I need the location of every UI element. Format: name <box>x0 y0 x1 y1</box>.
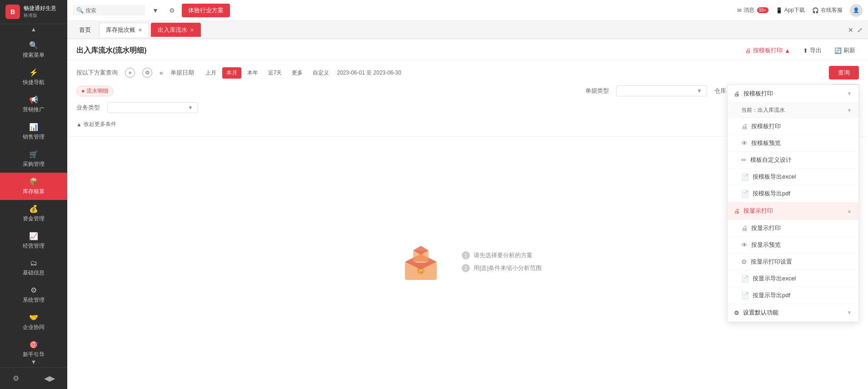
sidebar-item-purchase[interactable]: 🛒 采购管理 <box>0 145 67 173</box>
sidebar-item-label: 销售管理 <box>23 133 45 141</box>
search-input[interactable] <box>85 7 131 14</box>
quick-nav-icon: ⚡ <box>29 68 38 77</box>
sidebar-scroll-down[interactable]: ▼ <box>0 357 67 367</box>
date-last-month[interactable]: 上月 <box>201 67 220 79</box>
topbar: 🔍 ▼ ⚙ 体验行业方案 ✉ 消息 99+ 📱 App下载 🎧 在线客服 👤 <box>67 0 868 21</box>
dp-template-export-pdf-item[interactable]: 📄 按模板导出pdf <box>728 185 858 202</box>
guide-icon: 🎯 <box>29 340 38 349</box>
dp-display-print-header[interactable]: 🖨 按显示打印 ▲ <box>728 202 858 220</box>
message-badge: 99+ <box>757 7 768 13</box>
tab-close-all-icon[interactable]: ✕ <box>848 26 853 34</box>
sidebar-item-guide[interactable]: 🎯 新手引导 <box>0 336 67 357</box>
dp-display-settings-icon: ⚙ <box>741 258 747 265</box>
bill-type-select[interactable]: ▼ <box>616 85 707 96</box>
dp-template-custom-icon: ✏ <box>741 156 747 164</box>
tab-inventory-flow-close[interactable]: ✕ <box>190 27 194 33</box>
empty-tip-2: 2 用[选]条件来缩小分析范围 <box>462 264 542 272</box>
sidebar-nav: 🔍 搜索菜单 ⚡ 快捷导航 📢 营销推广 📊 销售管理 🛒 采购管理 📦 库存核… <box>0 35 67 357</box>
filter-add-btn[interactable]: + <box>125 68 135 78</box>
tab-inventory-batch[interactable]: 库存批次账 ✕ <box>99 23 149 37</box>
sidebar-item-marketing[interactable]: 📢 营销推广 <box>0 91 67 118</box>
sidebar-item-enterprise[interactable]: 🤝 企业协同 <box>0 309 67 336</box>
dp-display-print-item[interactable]: 🖨 按显示打印 <box>728 220 858 237</box>
sidebar-item-quick-nav[interactable]: ⚡ 快捷导航 <box>0 64 67 91</box>
dp-default-settings-header[interactable]: ⚙ 设置默认功能 ▼ <box>728 304 858 322</box>
date-current-month[interactable]: 本月 <box>222 67 241 79</box>
topbar-gear-btn[interactable]: ⚙ <box>165 4 178 17</box>
export-btn[interactable]: ⬆ 导出 <box>799 45 825 56</box>
tab-inventory-flow[interactable]: 出入库流水 ✕ <box>151 23 201 37</box>
warehouse-label: 仓库 <box>714 87 726 95</box>
app-download-btn[interactable]: 📱 App下载 <box>776 6 805 14</box>
sidebar-item-sales[interactable]: 📊 销售管理 <box>0 118 67 145</box>
dp-template-export-excel-item[interactable]: 📄 按模板导出excel <box>728 169 858 185</box>
sidebar-item-finance[interactable]: 💰 资金管理 <box>0 200 67 227</box>
dp-current-label: 当前：出入库流水 <box>741 106 785 114</box>
logo-text-area: 畅捷通好生意 标准版 <box>24 5 56 19</box>
user-avatar[interactable]: 👤 <box>850 4 863 17</box>
collapse-more-label: 收起更多条件 <box>84 120 116 128</box>
trial-btn[interactable]: 体验行业方案 <box>182 4 230 17</box>
sidebar-item-label: 库存核算 <box>23 188 45 195</box>
page-content: 出入库流水(流水明细) 🖨 按模板打印 ▲ ⬆ 导出 🔄 刷新 <box>67 39 868 389</box>
business-type-arrow: ▼ <box>188 105 193 111</box>
sidebar: B 畅捷通好生意 标准版 ▲ 🔍 搜索菜单 ⚡ 快捷导航 📢 营销推广 📊 销售… <box>0 0 67 389</box>
sidebar-logo: B 畅捷通好生意 标准版 <box>0 0 67 24</box>
svg-rect-4 <box>416 262 426 263</box>
empty-text: 1 请先选择要分析的方案 2 用[选]条件来缩小分析范围 <box>462 251 542 272</box>
sidebar-item-inventory[interactable]: 📦 库存核算 <box>0 173 67 200</box>
sidebar-item-basic[interactable]: 🗂 基础信息 <box>0 254 67 281</box>
date-last-7[interactable]: 近7天 <box>264 67 286 79</box>
date-more[interactable]: 更多 <box>288 67 307 79</box>
dp-display-pdf-icon: 📄 <box>741 292 749 299</box>
service-icon: 🎧 <box>812 7 819 14</box>
empty-tip-2-text: 用[选]条件来缩小分析范围 <box>474 264 542 272</box>
dp-display-print-settings-item[interactable]: ⚙ 按显示打印设置 <box>728 254 858 270</box>
topbar-search-box[interactable]: 🔍 <box>73 5 145 15</box>
dp-template-excel-icon: 📄 <box>741 173 749 180</box>
marketing-icon: 📢 <box>29 95 38 104</box>
filter-collapse-btn[interactable]: « <box>160 69 163 76</box>
sidebar-item-operation[interactable]: 📈 经营管理 <box>0 227 67 254</box>
dp-display-preview-item[interactable]: 👁 按显示预览 <box>728 237 858 254</box>
online-service-btn[interactable]: 🎧 在线客服 <box>812 6 843 14</box>
tab-home-label: 首页 <box>79 26 91 34</box>
filter-settings-btn[interactable]: ⚙ <box>142 68 152 78</box>
sidebar-scroll-up[interactable]: ▲ <box>0 24 67 35</box>
tabbar-right: ✕ ⤢ <box>848 26 863 34</box>
dp-default-settings-arrow: ▼ <box>847 309 852 316</box>
printer-icon: 🖨 <box>745 47 751 54</box>
download-icon: 📱 <box>776 7 783 14</box>
dp-display-export-excel-item[interactable]: 📄 按显示导出excel <box>728 270 858 287</box>
dp-template-print-header[interactable]: 🖨 按模板打印 ▼ <box>728 85 858 103</box>
sales-icon: 📊 <box>29 123 38 131</box>
dp-template-print-item[interactable]: 🖨 按模板打印 <box>728 118 858 135</box>
tab-expand-icon[interactable]: ⤢ <box>857 26 863 34</box>
business-type-select[interactable]: ▼ <box>107 102 198 113</box>
sidebar-settings-btn[interactable]: ⚙ <box>11 372 21 384</box>
logo-icon: B <box>5 5 20 19</box>
date-custom[interactable]: 自定义 <box>309 67 333 79</box>
sidebar-collapse-btn[interactable]: ◀▶ <box>42 372 57 384</box>
print-template-btn[interactable]: 🖨 按模板打印 ▲ <box>742 45 794 56</box>
dp-display-export-pdf-item[interactable]: 📄 按显示导出pdf <box>728 287 858 304</box>
step-2-num: 2 <box>462 264 470 272</box>
query-btn[interactable]: 查询 <box>829 66 859 80</box>
refresh-btn[interactable]: 🔄 刷新 <box>831 45 859 56</box>
sidebar-item-system[interactable]: ⚙ 系统管理 <box>0 281 67 309</box>
main-area: 🔍 ▼ ⚙ 体验行业方案 ✉ 消息 99+ 📱 App下载 🎧 在线客服 👤 <box>67 0 868 389</box>
dp-template-custom-item[interactable]: ✏ 模板自定义设计 <box>728 152 858 169</box>
dp-display-printer-icon: 🖨 <box>734 208 740 214</box>
sidebar-item-search-menu[interactable]: 🔍 搜索菜单 <box>0 36 67 64</box>
message-btn[interactable]: ✉ 消息 99+ <box>737 6 768 14</box>
export-label: 导出 <box>810 46 822 55</box>
topbar-dropdown-btn[interactable]: ▼ <box>149 4 162 17</box>
tab-home[interactable]: 首页 <box>73 23 97 37</box>
search-menu-icon: 🔍 <box>29 41 38 50</box>
tab-inventory-batch-close[interactable]: ✕ <box>138 27 142 33</box>
sidebar-item-label: 资金管理 <box>23 215 45 223</box>
empty-illustration: 😐 <box>394 234 448 289</box>
date-current-year[interactable]: 本年 <box>243 67 262 79</box>
dp-template-preview-icon: 👁 <box>741 140 748 147</box>
dp-template-preview-item[interactable]: 👁 按模板预览 <box>728 135 858 152</box>
